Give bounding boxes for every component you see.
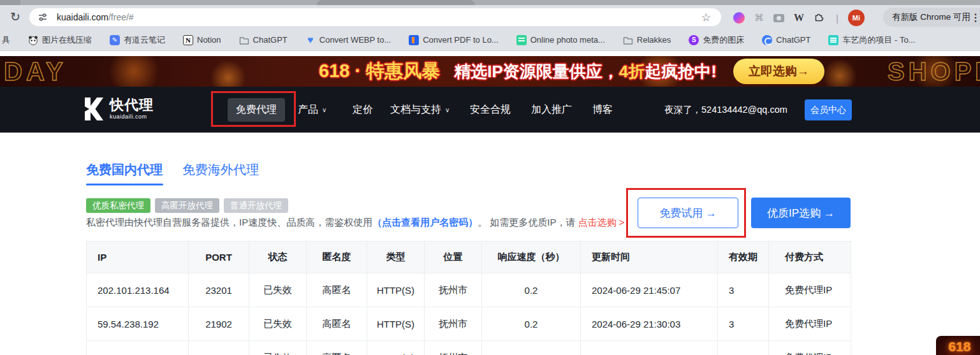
address-bar[interactable]: kuaidaili.com/free/# ☆ bbox=[29, 8, 721, 26]
command-extension-icon[interactable]: ⌘ bbox=[754, 12, 764, 24]
bookmark-item[interactable]: S免费的图床 bbox=[689, 34, 744, 46]
bookmarks-bar: 具 图片在线压缩 ✎有道云笔记 NNotion ChatGPT ♥Convert… bbox=[0, 29, 980, 51]
tab-domestic-proxy[interactable]: 免费国内代理 bbox=[86, 161, 163, 178]
browser-window: ↻ kuaidaili.com/free/# ☆ ⌘ W | Mi 有新版 Ch… bbox=[0, 0, 980, 355]
toolbar-separator: | bbox=[836, 13, 838, 24]
bookmark-item[interactable]: ChatGPT bbox=[239, 35, 288, 45]
premium-ip-button[interactable]: 优质IP选购 → bbox=[751, 198, 851, 228]
table-row: 202.101.213.164 23201 已失效 高匿名 HTTP(S) 抚州… bbox=[87, 273, 851, 307]
status-badge: 已失效 bbox=[249, 307, 307, 341]
bookmark-item[interactable]: ♥Convert WEBP to... bbox=[305, 35, 391, 45]
table-header-row: IP PORT 状态 匿名度 类型 位置 响应速度（秒） 更新时间 有效期 付费… bbox=[87, 242, 851, 273]
tag-premium-private[interactable]: 优质私密代理 bbox=[86, 198, 150, 213]
nav-item-docs[interactable]: 文档与支持∨ bbox=[390, 87, 450, 133]
site-info-icon[interactable] bbox=[38, 12, 48, 22]
nav-item-compliance[interactable]: 安全合规 bbox=[470, 87, 511, 133]
extensions-puzzle-icon[interactable] bbox=[814, 11, 825, 25]
active-tab-top[interactable] bbox=[317, 0, 475, 5]
brand-subtitle: kuaidaili.com bbox=[110, 114, 154, 120]
col-header-speed: 响应速度（秒） bbox=[482, 242, 581, 273]
nav-item-products[interactable]: 产品∨ bbox=[298, 87, 326, 133]
extension-icons: ⌘ W | Mi bbox=[733, 10, 865, 25]
banner-cta-button[interactable]: 立即选购→ bbox=[733, 59, 824, 84]
col-header-anonymity: 匿名度 bbox=[307, 242, 367, 273]
bookmark-item[interactable]: Online photo meta... bbox=[516, 35, 605, 45]
bokeh-light bbox=[108, 56, 159, 87]
notion-icon: N bbox=[183, 35, 193, 45]
view-credentials-link[interactable]: （点击查看用户名密码） bbox=[372, 217, 478, 228]
brain-extension-icon[interactable] bbox=[733, 12, 745, 24]
free-trial-button[interactable]: 免费试用 → bbox=[638, 198, 738, 228]
folder-icon bbox=[239, 35, 249, 45]
tab-strip[interactable] bbox=[0, 0, 980, 5]
chatgpt-icon bbox=[762, 35, 772, 45]
promo-banner[interactable]: DAY SHOPPING 618 · 特惠风暴 精选IP资源限量供应，4折起疯抢… bbox=[0, 56, 980, 87]
col-header-status: 状态 bbox=[249, 242, 307, 273]
bookmark-item[interactable]: 图片在线压缩 bbox=[28, 34, 92, 46]
proxy-table: IP PORT 状态 匿名度 类型 位置 响应速度（秒） 更新时间 有效期 付费… bbox=[86, 241, 851, 355]
page-gap bbox=[0, 52, 980, 56]
camera-extension-icon[interactable] bbox=[773, 14, 784, 22]
browser-menu-icon[interactable]: ⋮ bbox=[970, 11, 980, 24]
col-header-updated: 更新时间 bbox=[581, 242, 718, 273]
table-row: 59.54.238.192 21902 已失效 高匿名 HTTP(S) 抚州市 … bbox=[87, 307, 851, 341]
pdf-converter-icon bbox=[409, 35, 419, 45]
todo-project-icon bbox=[828, 35, 838, 45]
banner-headline: 618 · 特惠风暴 bbox=[319, 59, 440, 84]
kuaidaili-logo-icon bbox=[83, 97, 105, 121]
bokeh-light bbox=[823, 59, 857, 87]
status-badge: 已失效 bbox=[249, 273, 307, 307]
tag-high-anon-open[interactable]: 高匿开放代理 bbox=[155, 198, 219, 213]
chevron-down-icon: ∨ bbox=[322, 106, 326, 113]
brand-name: 快代理 bbox=[110, 98, 154, 112]
promo-618-badge[interactable]: 618 bbox=[936, 336, 980, 355]
heart-icon: ♥ bbox=[305, 35, 316, 45]
user-greeting: 夜深了，524134442@qq.com bbox=[664, 87, 787, 133]
member-center-button[interactable]: 会员中心 bbox=[805, 99, 852, 120]
col-header-payment: 付费方式 bbox=[769, 242, 851, 273]
folder-icon bbox=[623, 35, 633, 45]
col-header-location: 位置 bbox=[425, 242, 482, 273]
banner-subline: 精选IP资源限量供应，4折起疯抢中! bbox=[454, 61, 717, 83]
active-tab-underline bbox=[86, 184, 163, 185]
nav-item-free-proxy[interactable]: 免费代理 bbox=[228, 87, 285, 133]
nav-item-pricing[interactable]: 定价 bbox=[353, 87, 373, 133]
site-logo[interactable]: 快代理 kuaidaili.com bbox=[83, 97, 154, 121]
bookmark-item[interactable]: ChatGPT bbox=[762, 35, 810, 45]
youdao-note-icon: ✎ bbox=[110, 35, 120, 45]
proxy-description: 私密代理由快代理自营服务器提供，IP速度快、品质高，需鉴权使用（点击查看用户名密… bbox=[86, 217, 625, 229]
profile-avatar[interactable]: Mi bbox=[848, 10, 865, 26]
nav-item-blog[interactable]: 博客 bbox=[592, 87, 613, 133]
url-path: /free/# bbox=[108, 12, 134, 22]
badge-618-label: 618 bbox=[948, 339, 979, 355]
bookmark-star-icon[interactable]: ☆ bbox=[701, 11, 711, 24]
bookmark-item[interactable]: 车艺尚的项目 - To... bbox=[828, 34, 915, 46]
proxy-type-tags: 优质私密代理 高匿开放代理 普通开放代理 bbox=[86, 198, 288, 213]
main-content: 免费国内代理 免费海外代理 优质私密代理 高匿开放代理 普通开放代理 私密代理由… bbox=[0, 133, 980, 355]
url-host: kuaidaili.com bbox=[57, 12, 108, 22]
tab-overseas-proxy[interactable]: 免费海外代理 bbox=[182, 161, 259, 178]
tag-normal-open[interactable]: 普通开放代理 bbox=[224, 198, 288, 213]
banner-discount: 4折 bbox=[619, 62, 645, 81]
banner-left-marquee: DAY bbox=[4, 57, 67, 86]
bookmark-item[interactable]: ✎有道云笔记 bbox=[110, 34, 165, 46]
nav-item-affiliate[interactable]: 加入推广 bbox=[531, 87, 572, 133]
bookmark-item[interactable]: Convert PDF to Lo... bbox=[409, 35, 499, 45]
table-row: 117.69.236.61 22518 已失效 高匿名 HTTP(S) 抚州市 … bbox=[87, 341, 851, 355]
bookmark-item[interactable]: NNotion bbox=[183, 35, 221, 45]
image-host-icon: S bbox=[689, 35, 699, 45]
banner-message: 618 · 特惠风暴 精选IP资源限量供应，4折起疯抢中! 立即选购→ bbox=[319, 56, 824, 87]
buy-more-link[interactable]: 点击选购 > bbox=[578, 217, 625, 228]
url-text[interactable]: kuaidaili.com/free/# bbox=[57, 12, 134, 22]
reload-icon[interactable]: ↻ bbox=[8, 10, 23, 25]
site-navbar: 快代理 kuaidaili.com 免费代理 产品∨ 定价 文档与支持∨ 安全合… bbox=[0, 87, 980, 133]
bookmark-item[interactable]: Relakkes bbox=[623, 35, 671, 45]
banner-right-marquee: SHOPPING bbox=[888, 57, 980, 86]
bokeh-light bbox=[210, 60, 246, 87]
chrome-update-chip[interactable]: 有新版 Chrome 可用 bbox=[883, 8, 980, 27]
col-header-validity: 有效期 bbox=[718, 242, 769, 273]
bookmark-item[interactable]: 具 bbox=[2, 34, 10, 46]
panda-icon bbox=[28, 35, 38, 45]
status-badge: 已失效 bbox=[249, 341, 307, 355]
wikipedia-extension-icon[interactable]: W bbox=[794, 12, 804, 24]
